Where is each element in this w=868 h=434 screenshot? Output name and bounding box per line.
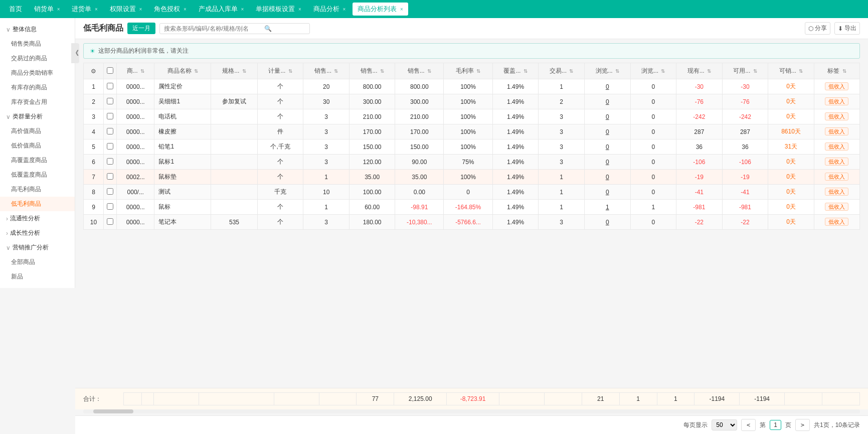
- row-checkbox[interactable]: [104, 185, 117, 200]
- col-sales-profit[interactable]: 销售... ⇅: [395, 63, 444, 79]
- col-checkbox[interactable]: [104, 63, 117, 79]
- row-checkbox[interactable]: [104, 155, 117, 170]
- col-name[interactable]: 商品名称 ⇅: [154, 63, 211, 79]
- sidebar-item-low-coverage[interactable]: 低覆盖度商品: [0, 168, 75, 182]
- row-tag: 低收入: [814, 185, 859, 200]
- sidebar-group-flow[interactable]: › 流通性分析: [0, 211, 75, 226]
- row-sales-qty: 30: [303, 94, 350, 109]
- row-available-stock: -30: [722, 79, 768, 94]
- select-all-checkbox[interactable]: [107, 67, 113, 74]
- scrollbar-thumb[interactable]: [93, 409, 133, 413]
- sidebar-item-capital[interactable]: 库存资金占用: [0, 95, 75, 109]
- sidebar-item-low-value[interactable]: 低价值商品: [0, 138, 75, 153]
- row-checkbox[interactable]: [104, 109, 117, 124]
- col-sales-amount[interactable]: 销售... ⇅: [349, 63, 395, 79]
- top-nav: 首页 销货单 × 进货单 × 权限设置 × 角色授权 × 产成品入库单 × 单据…: [0, 0, 868, 18]
- nav-purchase[interactable]: 进货单 ×: [67, 3, 102, 16]
- filter-button[interactable]: 近一月: [127, 23, 155, 34]
- col-code[interactable]: 商... ⇅: [117, 63, 154, 79]
- row-checkbox-input[interactable]: [107, 188, 113, 195]
- next-page-button[interactable]: ＞: [795, 419, 810, 431]
- col-tag[interactable]: 标签 ⇅: [814, 63, 859, 79]
- row-checkbox-input[interactable]: [107, 158, 113, 165]
- col-views1[interactable]: 浏览... ⇅: [584, 63, 630, 79]
- nav-product-entry[interactable]: 产成品入库单 ×: [194, 3, 249, 16]
- sidebar-item-new-products[interactable]: 新品: [0, 269, 75, 284]
- col-margin[interactable]: 毛利率 ⇅: [444, 63, 493, 79]
- row-checkbox[interactable]: [104, 94, 117, 109]
- row-checkbox-input[interactable]: [107, 128, 113, 134]
- row-sales-qty: 3: [303, 124, 350, 139]
- row-checkbox-input[interactable]: [107, 98, 113, 104]
- col-salable-days[interactable]: 可销... ⇅: [768, 63, 814, 79]
- col-views2[interactable]: 浏览... ⇅: [630, 63, 676, 79]
- nav-product-analysis-list[interactable]: 商品分析列表 ×: [353, 3, 408, 16]
- prev-page-button[interactable]: ＜: [741, 419, 756, 431]
- row-checkbox[interactable]: [104, 215, 117, 230]
- row-checkbox-input[interactable]: [107, 203, 113, 210]
- col-sales-qty[interactable]: 销售... ⇅: [303, 63, 350, 79]
- row-checkbox-input[interactable]: [107, 218, 113, 225]
- sidebar-item-all-products[interactable]: 全部商品: [0, 255, 75, 269]
- col-coverage[interactable]: 覆盖... ⇅: [492, 63, 539, 79]
- nav-sales[interactable]: 销货单 ×: [29, 3, 65, 16]
- row-margin: 100%: [444, 94, 493, 109]
- col-unit[interactable]: 计量... ⇅: [257, 63, 303, 79]
- nav-role-auth[interactable]: 角色授权 ×: [149, 3, 191, 16]
- sidebar-item-sales-products[interactable]: 销售类商品: [0, 37, 75, 51]
- row-checkbox[interactable]: [104, 200, 117, 215]
- footer-total: 合计： 77 2,125.00 -8,723.91 21 1 1: [75, 388, 868, 409]
- row-checkbox[interactable]: [104, 124, 117, 139]
- row-tag: 低收入: [814, 94, 859, 109]
- row-checkbox-input[interactable]: [107, 173, 113, 180]
- sidebar-item-in-stock[interactable]: 有库存的商品: [0, 80, 75, 95]
- row-num: 2: [84, 94, 104, 109]
- row-checkbox-input[interactable]: [107, 83, 113, 89]
- row-current-stock: -22: [676, 215, 723, 230]
- sidebar-item-low-margin[interactable]: 低毛利商品: [0, 197, 75, 211]
- row-unit: 个: [257, 109, 303, 124]
- row-checkbox[interactable]: [104, 79, 117, 94]
- sidebar-item-high-coverage[interactable]: 高覆盖度商品: [0, 153, 75, 168]
- sidebar-item-high-value[interactable]: 高价值商品: [0, 124, 75, 138]
- sidebar-group-cluster[interactable]: ∨ 类群量分析: [0, 109, 75, 124]
- sidebar-item-traded-products[interactable]: 交易过的商品: [0, 51, 75, 66]
- row-name: 橡皮擦: [154, 124, 211, 139]
- col-available-stock[interactable]: 可用... ⇅: [722, 63, 768, 79]
- row-margin: 100%: [444, 139, 493, 155]
- horizontal-scrollbar[interactable]: [83, 409, 860, 413]
- row-views2: 0: [630, 155, 676, 170]
- row-spec: [211, 139, 258, 155]
- col-spec[interactable]: 规格... ⇅: [211, 63, 258, 79]
- col-transactions[interactable]: 交易... ⇅: [539, 63, 585, 79]
- table-container[interactable]: ⚙ 商... ⇅ 商品名称 ⇅ 规格... ⇅ 计量... ⇅ 销售... ⇅ …: [75, 59, 868, 388]
- sidebar-item-category-rate[interactable]: 商品分类助销率: [0, 66, 75, 80]
- per-page-select[interactable]: 50 100 200: [712, 419, 737, 430]
- row-checkbox[interactable]: [104, 139, 117, 155]
- row-salable-days: 0天: [768, 185, 814, 200]
- sidebar: ∨ 整体信息 销售类商品 交易过的商品 商品分类助销率 有库存的商品 库存资金占…: [0, 18, 75, 288]
- sidebar-group-marketing[interactable]: ∨ 营销推广分析: [0, 240, 75, 255]
- sidebar-collapse-button[interactable]: 《: [71, 43, 79, 63]
- row-checkbox-input[interactable]: [107, 143, 113, 150]
- row-sales-qty: 1: [303, 200, 350, 215]
- col-settings[interactable]: ⚙: [84, 63, 104, 79]
- sidebar-item-high-margin[interactable]: 高毛利商品: [0, 182, 75, 197]
- nav-template[interactable]: 单据模板设置 ×: [251, 3, 306, 16]
- search-input[interactable]: [164, 25, 264, 32]
- row-name: 鼠标1: [154, 155, 211, 170]
- share-button[interactable]: ⬡ 分享: [805, 22, 830, 35]
- row-checkbox-input[interactable]: [107, 113, 113, 119]
- nav-permissions[interactable]: 权限设置 ×: [105, 3, 147, 16]
- search-icon[interactable]: 🔍: [264, 25, 272, 32]
- export-button[interactable]: ⬇ 导出: [834, 22, 860, 35]
- sidebar-group-growth[interactable]: › 成长性分析: [0, 226, 75, 240]
- nav-home[interactable]: 首页: [4, 3, 27, 16]
- sidebar-group-overview[interactable]: ∨ 整体信息: [0, 22, 75, 37]
- col-current-stock[interactable]: 现有... ⇅: [676, 63, 723, 79]
- row-checkbox[interactable]: [104, 170, 117, 185]
- expand-icon: ∨: [6, 26, 11, 33]
- nav-product-analysis[interactable]: 商品分析 ×: [308, 3, 351, 16]
- row-sales-amount: 300.00: [349, 94, 395, 109]
- row-coverage: 1.49%: [492, 200, 539, 215]
